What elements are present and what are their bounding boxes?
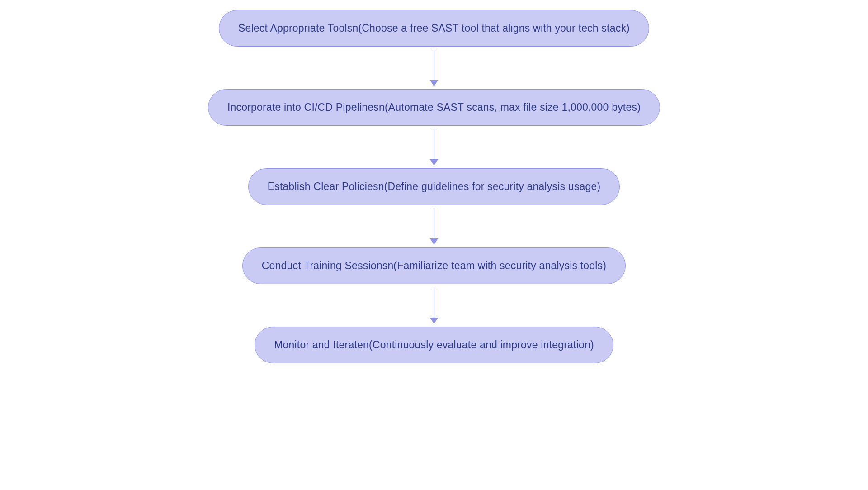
flowchart-node-1: Select Appropriate Toolsn(Choose a free … bbox=[219, 10, 649, 47]
node-text: Monitor and Iteraten(Continuously evalua… bbox=[274, 339, 594, 351]
arrow-down-icon bbox=[430, 318, 438, 324]
arrow-1 bbox=[430, 47, 438, 89]
arrow-line-icon bbox=[434, 287, 435, 318]
arrow-line-icon bbox=[434, 50, 435, 81]
flowchart-node-4: Conduct Training Sessionsn(Familiarize t… bbox=[242, 247, 626, 284]
arrow-2 bbox=[430, 126, 438, 168]
arrow-down-icon bbox=[430, 159, 438, 166]
arrow-line-icon bbox=[434, 208, 435, 239]
node-text: Incorporate into CI/CD Pipelinesn(Automa… bbox=[227, 101, 641, 113]
flowchart-node-3: Establish Clear Policiesn(Define guideli… bbox=[248, 168, 620, 205]
node-text: Conduct Training Sessionsn(Familiarize t… bbox=[262, 260, 606, 271]
node-text: Select Appropriate Toolsn(Choose a free … bbox=[238, 22, 630, 34]
arrow-4 bbox=[430, 284, 438, 327]
flowchart-node-2: Incorporate into CI/CD Pipelinesn(Automa… bbox=[208, 89, 660, 126]
arrow-down-icon bbox=[430, 238, 438, 245]
flowchart-node-5: Monitor and Iteraten(Continuously evalua… bbox=[255, 327, 613, 363]
arrow-line-icon bbox=[434, 129, 435, 160]
flowchart-container: Select Appropriate Toolsn(Choose a free … bbox=[208, 10, 660, 363]
node-text: Establish Clear Policiesn(Define guideli… bbox=[268, 181, 601, 192]
arrow-down-icon bbox=[430, 80, 438, 86]
arrow-3 bbox=[430, 205, 438, 247]
